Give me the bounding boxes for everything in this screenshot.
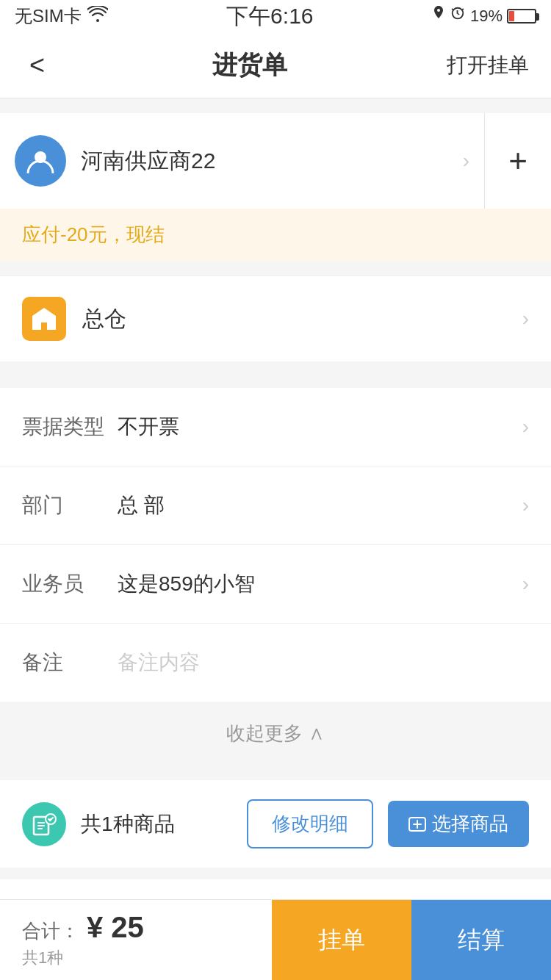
invoice-type-row[interactable]: 票据类型 不开票 › <box>0 388 551 466</box>
department-label: 部门 <box>22 491 118 519</box>
wifi-icon <box>87 6 108 26</box>
gap-1 <box>0 98 551 113</box>
total-label: 合计： <box>22 918 79 944</box>
add-supplier-button[interactable]: + <box>485 113 551 209</box>
gap-4 <box>0 765 551 780</box>
salesperson-value: 这是859的小智 <box>118 570 515 598</box>
invoice-chevron-icon: › <box>522 415 529 439</box>
battery-icon <box>507 9 536 24</box>
salesperson-row[interactable]: 业务员 这是859的小智 › <box>0 545 551 624</box>
edit-detail-button[interactable]: 修改明细 <box>247 799 373 849</box>
alarm-icon <box>450 6 466 26</box>
status-time: 下午6:16 <box>226 1 313 32</box>
product-header: 共1种商品 修改明细 选择商品 <box>0 780 551 868</box>
department-value: 总 部 <box>118 491 515 519</box>
warehouse-selector[interactable]: 总仓 › <box>0 275 551 361</box>
remark-value: 备注内容 <box>118 649 529 677</box>
product-count-label: 共1种商品 <box>81 810 232 838</box>
select-product-label: 选择商品 <box>432 811 508 837</box>
warehouse-icon <box>22 297 66 341</box>
salesperson-label: 业务员 <box>22 570 118 598</box>
form-section: 票据类型 不开票 › 部门 总 部 › 业务员 这是859的小智 › 备注 备注… <box>0 388 551 702</box>
supplier-avatar <box>15 135 66 187</box>
dept-chevron-icon: › <box>522 494 529 517</box>
gap-3 <box>0 361 551 376</box>
collapse-button[interactable]: 收起更多 ∧ <box>0 702 551 765</box>
supplier-notice: 应付-20元，现结 <box>0 209 551 261</box>
warehouse-chevron-icon: › <box>522 307 529 331</box>
supplier-name: 河南供应商22 <box>81 146 455 176</box>
product-count-icon <box>22 802 66 846</box>
nav-bar: < 进货单 打开挂单 <box>0 32 551 98</box>
back-button[interactable]: < <box>22 43 52 88</box>
remark-label: 备注 <box>22 649 118 677</box>
battery-label: 19% <box>470 7 503 26</box>
network-label: 无SIM卡 <box>15 4 82 28</box>
location-icon <box>432 6 445 26</box>
status-left: 无SIM卡 <box>15 4 108 28</box>
gap-2 <box>0 261 551 275</box>
supplier-section: 河南供应商22 › + <box>0 113 551 209</box>
total-section: 合计： ¥ 25 共1种 <box>0 900 272 980</box>
warehouse-name: 总仓 <box>82 304 515 334</box>
total-amount: ¥ 25 <box>87 911 144 944</box>
total-count: 共1种 <box>22 947 250 969</box>
checkout-button[interactable]: 结算 <box>411 900 551 980</box>
status-bar: 无SIM卡 下午6:16 19% <box>0 0 551 32</box>
invoice-type-label: 票据类型 <box>22 413 118 441</box>
remark-row[interactable]: 备注 备注内容 <box>0 624 551 702</box>
status-right: 19% <box>432 6 536 26</box>
supplier-selector[interactable]: 河南供应商22 › <box>0 113 485 209</box>
total-row: 合计： ¥ 25 <box>22 911 250 944</box>
select-product-button[interactable]: 选择商品 <box>388 801 529 847</box>
invoice-type-value: 不开票 <box>118 413 515 441</box>
bottom-bar: 合计： ¥ 25 共1种 挂单 结算 <box>0 899 551 980</box>
open-pending-button[interactable]: 打开挂单 <box>447 51 529 79</box>
pending-button[interactable]: 挂单 <box>272 900 411 980</box>
supplier-chevron-icon: › <box>463 149 469 173</box>
page-title: 进货单 <box>212 48 287 82</box>
sales-chevron-icon: › <box>522 572 529 596</box>
department-row[interactable]: 部门 总 部 › <box>0 466 551 545</box>
